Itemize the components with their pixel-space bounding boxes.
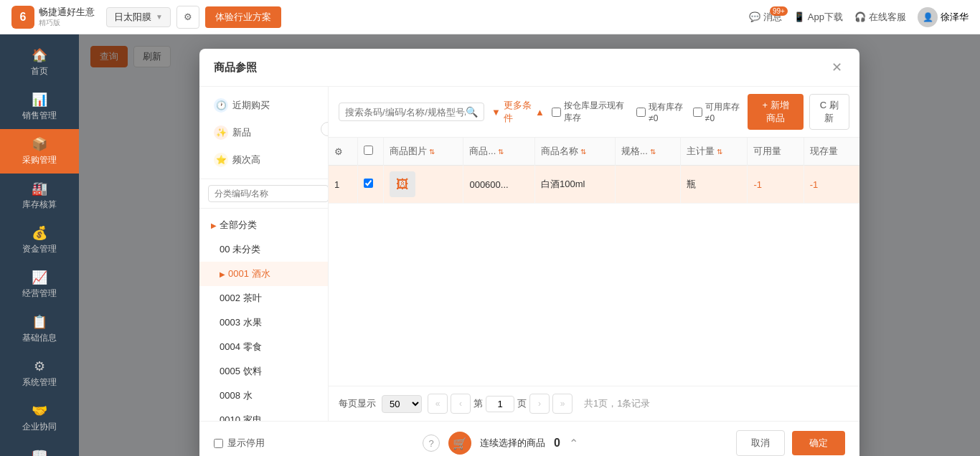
sidebar-item-sales[interactable]: 📊 销售管理 <box>0 85 79 129</box>
warehouse-stock-checkbox[interactable]: 按仓库显示现有库存 <box>552 100 628 124</box>
headset-icon: 🎧 <box>854 11 866 22</box>
stock-nonzero-checkbox[interactable]: 现有库存≠0 <box>636 101 684 123</box>
new-products-tab[interactable]: ✨ 新品 <box>208 121 319 144</box>
dialog-footer: 显示停用 ? 🛒 连续选择的商品 0 ⌃ 取消 确定 <box>199 421 859 456</box>
prev-page-button[interactable]: ‹ <box>451 394 471 414</box>
sidebar-item-purchase[interactable]: 📦 采购管理 <box>0 129 79 174</box>
cart-button[interactable]: 🛒 <box>448 432 471 455</box>
category-search: 🔍 <box>199 179 328 209</box>
th-unit[interactable]: 主计量 ⇅ <box>680 138 748 166</box>
more-filter-button[interactable]: ▼ 更多条件 ▲ <box>491 99 545 125</box>
category-fruit[interactable]: 0003 水果 <box>199 310 328 335</box>
modal-overlay[interactable]: 商品参照 ✕ 🕐 近期购买 ✨ <box>79 34 980 456</box>
th-image[interactable]: 商品图片 ⇅ <box>383 138 463 166</box>
search-button[interactable]: 🔍 <box>466 106 478 118</box>
disabled-checkbox[interactable] <box>214 439 223 448</box>
table-toolbar: + 新增商品 C 刷新 <box>748 94 849 130</box>
category-drinks[interactable]: 0005 饮料 <box>199 359 328 384</box>
frequent-tab[interactable]: ⭐ 频次高 <box>208 148 319 171</box>
company-dropdown[interactable]: 日太阳膜 ▼ <box>106 7 171 27</box>
category-search-input[interactable] <box>208 185 329 202</box>
topbar-right: 💬 消息 99+ 📱 App下载 🎧 在线客服 👤 徐泽华 <box>749 7 969 27</box>
home-icon: 🏠 <box>32 47 47 63</box>
footer-buttons: 取消 确定 <box>736 430 845 456</box>
td-name: 白酒100ml <box>535 166 616 204</box>
sidebar-item-system[interactable]: ⚙ 系统管理 <box>0 351 79 396</box>
message-button[interactable]: 💬 消息 99+ <box>749 11 782 24</box>
th-settings[interactable]: ⚙ <box>329 138 357 166</box>
sidebar-item-inventory[interactable]: 🏭 库存核算 <box>0 174 79 218</box>
th-available: 可用量 <box>748 138 804 166</box>
category-water[interactable]: 0008 水 <box>199 384 328 408</box>
page-number-input[interactable] <box>486 396 514 412</box>
cancel-button[interactable]: 取消 <box>736 430 785 456</box>
app-download-button[interactable]: 📱 App下载 <box>793 11 843 24</box>
first-page-button[interactable]: « <box>428 394 448 414</box>
quick-tabs: 🕐 近期购买 ✨ 新品 ⭐ 频次高 <box>199 87 328 179</box>
product-search-input[interactable] <box>345 107 466 118</box>
user-menu[interactable]: 👤 徐泽华 <box>918 7 969 27</box>
sort-icon-name: ⇅ <box>580 148 586 156</box>
cart-collapse-button[interactable]: ⌃ <box>569 437 578 450</box>
sidebar-item-guide[interactable]: 📖 新手引导 <box>0 440 79 456</box>
td-available: -1 <box>748 166 804 204</box>
inventory-icon: 🏭 <box>32 181 47 196</box>
select-all-checkbox[interactable] <box>364 146 373 155</box>
page-size-select[interactable]: 20 50 100 <box>382 395 422 413</box>
sales-icon: 📊 <box>32 92 47 108</box>
basic-info-icon: 📋 <box>32 314 47 330</box>
sidebar-item-enterprise[interactable]: 🤝 企业协同 <box>0 396 79 440</box>
next-page-button[interactable]: › <box>529 394 550 414</box>
category-tea[interactable]: 0002 茶叶 <box>199 286 328 310</box>
sort-icon-unit: ⇅ <box>717 148 722 156</box>
dialog-title: 商品参照 <box>214 61 257 75</box>
cart-label: 连续选择的商品 <box>480 437 545 450</box>
category-snack[interactable]: 0004 零食 <box>199 335 328 359</box>
last-page-button[interactable]: » <box>552 394 573 414</box>
refresh-button[interactable]: C 刷新 <box>809 94 849 130</box>
sidebar-item-operations[interactable]: 📈 经营管理 <box>0 262 79 307</box>
category-unclassified[interactable]: 00 未分类 <box>199 237 328 262</box>
th-stock: 现存量 <box>804 138 859 166</box>
th-spec[interactable]: 规格... ⇅ <box>615 138 680 166</box>
display-disabled-checkbox[interactable]: 显示停用 <box>214 437 265 450</box>
filter-checkboxes: 按仓库显示现有库存 现有库存≠0 可用库存≠0 <box>552 100 740 124</box>
settings-icon: ⚙ <box>334 146 343 157</box>
table-row[interactable]: 1 🖼 <box>329 166 859 204</box>
th-name[interactable]: 商品名称 ⇅ <box>535 138 616 166</box>
active-arrow-icon: ▶ <box>220 270 225 278</box>
sidebar-item-basic[interactable]: 📋 基础信息 <box>0 307 79 351</box>
operations-icon: 📈 <box>32 270 47 285</box>
row-checkbox[interactable] <box>364 179 373 188</box>
available-nonzero-checkbox[interactable]: 可用库存≠0 <box>693 101 741 123</box>
online-service-button[interactable]: 🎧 在线客服 <box>854 11 906 24</box>
category-liquor[interactable]: ▶ 0001 酒水 <box>199 262 328 286</box>
filter-icon: ▼ <box>491 107 501 118</box>
category-all[interactable]: ▶ 全部分类 <box>199 213 328 237</box>
add-product-button[interactable]: + 新增商品 <box>748 94 803 130</box>
sidebar-item-home[interactable]: 🏠 首页 <box>0 40 79 85</box>
finance-icon: 💰 <box>32 225 47 241</box>
td-stock: -1 <box>804 166 859 204</box>
close-button[interactable]: ✕ <box>828 59 845 76</box>
help-button[interactable]: ? <box>423 434 440 452</box>
avatar: 👤 <box>918 7 938 27</box>
experience-button[interactable]: 体验行业方案 <box>205 6 281 28</box>
phone-icon: 📱 <box>793 11 805 22</box>
footer-center: ? 🛒 连续选择的商品 0 ⌃ <box>423 432 578 455</box>
page-nav: « ‹ 第 页 › » <box>428 394 573 414</box>
th-code[interactable]: 商品... ⇅ <box>463 138 535 166</box>
purchase-icon: 📦 <box>32 136 47 152</box>
logo-text: 畅捷通好生意 精巧版 <box>39 6 95 28</box>
td-image: 🖼 <box>383 166 463 204</box>
category-appliances[interactable]: 0010 家电 <box>199 408 328 421</box>
confirm-button[interactable]: 确定 <box>792 431 845 455</box>
sidebar-item-finance[interactable]: 💰 资金管理 <box>0 218 79 262</box>
freq-icon: ⭐ <box>214 153 228 167</box>
dropdown-arrow-icon: ▼ <box>156 13 163 21</box>
settings-button[interactable]: ⚙ <box>176 6 199 29</box>
cart-count: 0 <box>554 437 560 450</box>
recent-tab[interactable]: 🕐 近期购买 <box>208 94 319 117</box>
filter-arrow-icon: ▲ <box>535 107 545 118</box>
logo-icon: 6 <box>11 6 34 29</box>
